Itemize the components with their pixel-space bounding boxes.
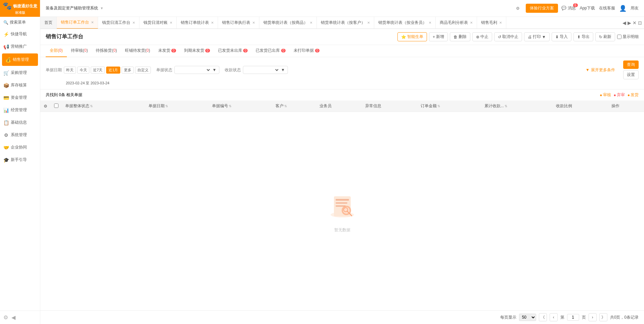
sub-tab-not-shipped[interactable]: 未发货 0 [154,45,180,57]
page-first-btn[interactable]: 《 [539,313,547,321]
sub-tab-shipped-out[interactable]: 已发货已出库 0 [252,45,290,57]
page-last-btn[interactable]: 》 [599,313,607,321]
sidebar-search[interactable]: 🔍 搜索菜单 [0,17,40,28]
date-btn-custom[interactable]: 自定义 [135,67,151,74]
select-all-checkbox[interactable] [54,104,58,108]
detail-checkbox-input[interactable] [617,35,621,39]
per-page-select[interactable]: 50 20 100 [519,314,536,321]
sidebar-item-xiaoshou[interactable]: 💰 销售管理 [2,53,38,66]
date-btn-today[interactable]: 今天 [77,67,89,74]
sub-tab-not-printed[interactable]: 未打印单据 0 [290,45,324,57]
import-button[interactable]: ⬇ 导入 [552,32,571,41]
query-button[interactable]: 查询 [623,60,639,69]
th-amount[interactable]: 订单金额⇅ [417,100,481,112]
sub-tab-overdue-ship[interactable]: 到期未发货 0 [180,45,214,57]
sidebar-item-xitong[interactable]: ⚙ 系统管理 [0,129,40,141]
tab-prev-icon[interactable]: ◀ [622,20,626,26]
sidebar-item-kuaijie[interactable]: ⚡ 快捷导航 [0,28,40,40]
filter-settings-button[interactable]: 设置 [623,70,639,79]
sub-tab-wangpu[interactable]: 旺铺待发货(0) [121,45,154,57]
settings-bottom-icon[interactable]: ⚙ [3,314,8,321]
app-download-link[interactable]: App下载 [580,5,595,11]
tab-sales-stat[interactable]: 销售订单统计表 ✕ [177,17,218,29]
sub-tab-pending-pick[interactable]: 待拣验货(0) [92,45,121,57]
sidebar-item-zijin[interactable]: 💳 资金管理 [0,91,40,104]
sub-tab-pending-review[interactable]: 待审核(0) [67,45,92,57]
tab-sales-exec[interactable]: 销售订单执行表 ✕ [218,17,259,29]
tab-home[interactable]: 首页 [40,17,57,29]
tab-sales-gross[interactable]: 销售毛利 ✕ [477,17,506,29]
close-tab-reconcile[interactable]: ✕ [170,21,172,25]
exp-button[interactable]: 体验行业方案 [526,4,558,13]
th-staff[interactable]: 业务员 [316,100,362,112]
payment-select[interactable]: ▼ [243,66,288,74]
ship-btn[interactable]: ● 发货 [628,92,639,98]
tab-reconcile[interactable]: 钱货日清对账 ✕ [139,17,177,29]
close-tab-customer-stat[interactable]: ✕ [367,21,370,25]
refresh-button[interactable]: ↻ 刷新 [595,32,615,41]
sidebar-item-kucun[interactable]: 📦 库存核算 [0,79,40,91]
close-tab-staff-stat[interactable]: ✕ [429,21,431,25]
topbar-gear-button[interactable]: ⚙ [513,4,522,13]
th-checkbox[interactable] [51,100,62,112]
sidebar-item-qiye[interactable]: 🤝 企业协同 [0,141,40,154]
export-button[interactable]: ⬆ 导出 [573,32,593,41]
delete-button[interactable]: 🗑 删除 [450,32,470,41]
close-tab-daily-clear[interactable]: ✕ [132,21,135,25]
tab-goods-stat[interactable]: 销货单统计表（按商品） ✕ [259,17,317,29]
close-tab-sales-order[interactable]: ✕ [91,21,94,24]
status-select-input[interactable] [177,67,211,73]
tab-close-all-icon[interactable]: ✕ [633,20,637,26]
expand-more-btn[interactable]: ▼ 展开更多条件 [586,67,615,73]
page-prev-btn[interactable]: ‹ [550,313,558,321]
user-name-link[interactable]: 用友 [631,5,639,11]
tab-next-icon[interactable]: ▶ [628,20,631,26]
sidebar-item-caigou[interactable]: 🛒 采购管理 [0,67,40,79]
page-number-input[interactable] [567,314,579,321]
tab-customer-stat[interactable]: 销货单统计表（按客户） ✕ [317,17,374,29]
online-service-link[interactable]: 在线客服 [599,5,615,11]
date-btn-yesterday[interactable]: 昨天 [64,67,76,74]
sub-tab-all[interactable]: 全部(0) [46,45,67,57]
sidebar-item-jingying[interactable]: 📊 经营管理 [0,104,40,116]
collapse-icon[interactable]: ◀ [11,314,15,321]
print-button[interactable]: 🖨 打印 ▼ [524,32,550,41]
sidebar-item-yingxiao[interactable]: 📢 营销推广 [0,40,40,53]
status-select[interactable]: ▼ [174,66,219,74]
smart-generate-button[interactable]: ⭐ 智能生单 [397,32,427,41]
tab-gross-profit[interactable]: 商品毛利分析表 ✕ [436,17,477,29]
new-button[interactable]: + 新增 [429,32,448,41]
th-date[interactable]: 单据日期⇅ [145,100,209,112]
close-tab-gross-profit[interactable]: ✕ [470,21,473,25]
cancel-review-btn[interactable]: ● 弃审 [614,92,625,98]
th-abnormal[interactable]: 异常信息 [362,100,417,112]
th-customer[interactable]: 客户⇅ [272,100,316,112]
tab-staff-stat[interactable]: 销货单统计表（按业务员） ✕ [374,17,436,29]
stop-button[interactable]: ⊗ 中止 [472,32,492,41]
date-btn-1month[interactable]: 近1月 [106,67,120,74]
sidebar-item-xinshou[interactable]: 🎓 新手引导 [0,154,40,166]
page-next-btn[interactable]: › [589,313,597,321]
close-tab-sales-gross[interactable]: ✕ [499,21,502,25]
notification-bell[interactable]: 💬 6 消息 [561,5,575,11]
sub-tab-shipped-not-out[interactable]: 已发货未出库 0 [214,45,252,57]
date-btn-more[interactable]: 更多 [122,67,134,74]
payment-select-input[interactable] [246,67,280,73]
th-number[interactable]: 单据编号⇅ [209,100,272,112]
date-btn-7days[interactable]: 近7天 [91,67,105,74]
dropdown-arrow-icon[interactable]: ▼ [100,6,103,10]
cancel-stop-button[interactable]: ↺ 取消中止 [494,32,522,41]
tab-overflow-controls: ◀ ▶ ✕ ⊡ [620,20,644,26]
tab-sales-order[interactable]: 销售订单工作台 ✕ [57,17,98,29]
close-tab-sales-stat[interactable]: ✕ [211,21,214,25]
sidebar-item-jichu[interactable]: 📋 基础信息 [0,116,40,129]
tab-expand-icon[interactable]: ⊡ [638,20,642,26]
show-detail-checkbox[interactable]: 显示明细 [617,34,639,40]
close-tab-sales-exec[interactable]: ✕ [252,21,255,25]
review-btn[interactable]: ● 审核 [600,92,611,98]
th-settings[interactable]: ⚙ [40,100,51,112]
close-tab-goods-stat[interactable]: ✕ [310,21,312,25]
th-collected[interactable]: 累计收款...⇅ [481,100,553,112]
tab-daily-clear[interactable]: 钱货日清工作台 ✕ [98,17,139,29]
print-dropdown-icon[interactable]: ▼ [542,35,546,39]
